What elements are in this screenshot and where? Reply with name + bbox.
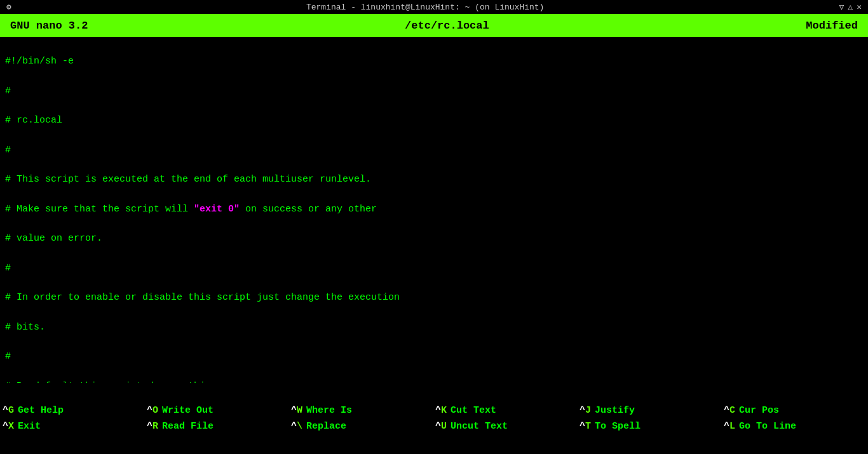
nano-version: GNU nano 3.2 (10, 20, 88, 32)
key-j: ^J (580, 405, 591, 416)
key-t: ^T (580, 421, 591, 432)
title-bar-left: ⚙ (6, 2, 11, 12)
shortcut-replace[interactable]: ^\ Replace (288, 420, 433, 433)
key-u: ^U (435, 421, 447, 432)
label-justify: Justify (595, 405, 635, 416)
key-k: ^K (435, 405, 447, 416)
nano-filename: /etc/rc.local (405, 20, 489, 32)
label-replace: Replace (306, 421, 346, 432)
line-11: # (5, 349, 863, 364)
shortcuts-bar: ^G Get Help ^O Write Out ^W Where Is ^K … (0, 383, 868, 454)
shortcut-row-2: ^X Exit ^R Read File ^\ Replace ^U Uncut… (0, 418, 868, 434)
line-9: # In order to enable or disable this scr… (5, 290, 863, 305)
label-exit: Exit (18, 421, 41, 432)
line-8: # (5, 261, 863, 276)
title-bar: ⚙ Terminal - linuxhint@LinuxHint: ~ (on … (0, 0, 868, 14)
minimize-button[interactable]: ▽ (839, 2, 844, 12)
label-go-to-line: Go To Line (739, 421, 796, 432)
shortcut-uncut-text[interactable]: ^U Uncut Text (433, 420, 577, 433)
label-uncut-text: Uncut Text (451, 421, 508, 432)
line-10: # bits. (5, 320, 863, 335)
shortcut-justify[interactable]: ^J Justify (577, 404, 721, 417)
key-x: ^X (3, 421, 14, 432)
shortcut-cur-pos[interactable]: ^C Cur Pos (721, 404, 865, 417)
title-bar-text: Terminal - linuxhint@LinuxHint: ~ (on Li… (11, 3, 839, 12)
key-backslash: ^\ (291, 421, 302, 432)
label-get-help: Get Help (18, 405, 64, 416)
shortcut-where-is[interactable]: ^W Where Is (288, 404, 433, 417)
label-write-out: Write Out (162, 405, 214, 416)
key-g: ^G (3, 405, 14, 416)
window-controls[interactable]: ▽ △ ✕ (839, 2, 862, 12)
key-o: ^O (147, 405, 158, 416)
editor-area[interactable]: #!/bin/sh -e # # rc.local # # This scrip… (0, 37, 868, 383)
line-7: # value on error. (5, 231, 863, 246)
line-2: # (5, 84, 863, 98)
maximize-button[interactable]: △ (848, 2, 853, 12)
shortcut-read-file[interactable]: ^R Read File (144, 420, 288, 433)
line-5: # This script is executed at the end of … (5, 172, 863, 187)
label-to-spell: To Spell (595, 421, 641, 432)
key-r: ^R (147, 421, 158, 432)
nano-modified: Modified (806, 20, 858, 32)
key-l: ^L (724, 421, 735, 432)
shortcut-write-out[interactable]: ^O Write Out (144, 404, 288, 417)
label-cur-pos: Cur Pos (739, 405, 779, 416)
line-3: # rc.local (5, 113, 863, 128)
key-c: ^C (724, 405, 735, 416)
shortcut-to-spell[interactable]: ^T To Spell (577, 420, 721, 433)
label-where-is: Where Is (306, 405, 352, 416)
line-4: # (5, 143, 863, 157)
key-w: ^W (291, 405, 302, 416)
label-read-file: Read File (162, 421, 214, 432)
shortcut-go-to-line[interactable]: ^L Go To Line (721, 420, 865, 433)
shortcut-get-help[interactable]: ^G Get Help (0, 404, 144, 417)
close-button[interactable]: ✕ (857, 2, 862, 12)
nano-header: GNU nano 3.2 /etc/rc.local Modified (0, 14, 868, 37)
line-6: # Make sure that the script will "exit 0… (5, 202, 863, 217)
shortcut-cut-text[interactable]: ^K Cut Text (433, 404, 577, 417)
shortcut-exit[interactable]: ^X Exit (0, 420, 144, 433)
line-1: #!/bin/sh -e (5, 54, 863, 69)
label-cut-text: Cut Text (451, 405, 496, 416)
shortcut-row-1: ^G Get Help ^O Write Out ^W Where Is ^K … (0, 403, 868, 418)
